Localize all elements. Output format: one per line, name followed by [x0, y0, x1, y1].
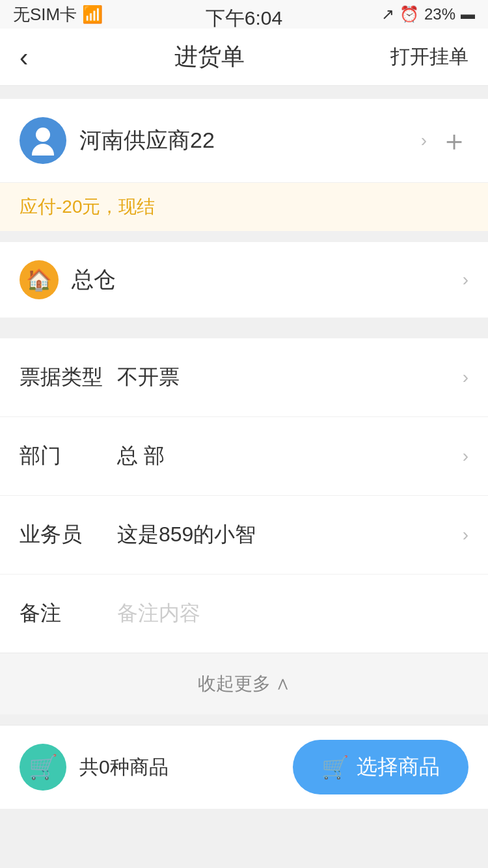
select-product-label: 选择商品: [357, 753, 440, 781]
sales-value: 这是859的小智: [104, 521, 463, 549]
avatar-body: [32, 144, 54, 156]
supplier-name-label: 河南供应商22: [79, 126, 421, 156]
nav-bar: ‹ 进货单 打开挂单: [0, 29, 488, 86]
supplier-notice: 应付-20元，现结: [0, 183, 488, 232]
bottom-bar: 🛒 共0种商品 🛒 选择商品: [0, 725, 488, 809]
supplier-avatar: [20, 117, 66, 164]
dept-chevron-icon: ›: [463, 446, 468, 467]
warehouse-row[interactable]: 🏠 总仓 ›: [0, 242, 488, 318]
wifi-icon: 📶: [82, 5, 103, 25]
warehouse-chevron-icon: ›: [463, 269, 468, 290]
cart-icon-wrap: 🛒: [20, 744, 66, 791]
supplier-section: 河南供应商22 › ＋ 应付-20元，现结: [0, 99, 488, 232]
collapse-button[interactable]: 收起更多 ∧: [0, 653, 488, 714]
status-right: ↗ ⏰ 23% ▬: [381, 5, 475, 23]
dept-row[interactable]: 部门 总 部 ›: [0, 417, 488, 496]
sales-chevron-icon: ›: [463, 524, 468, 545]
battery-label: 23%: [424, 5, 455, 23]
avatar-person-icon: [30, 128, 56, 154]
invoice-chevron-icon: ›: [463, 367, 468, 388]
select-product-icon: 🛒: [321, 754, 349, 780]
add-supplier-button[interactable]: ＋: [440, 122, 468, 160]
divider-1: [0, 232, 488, 242]
form-section: 票据类型 不开票 › 部门 总 部 › 业务员 这是859的小智 › 备注 备注…: [0, 338, 488, 653]
select-product-button[interactable]: 🛒 选择商品: [293, 740, 468, 794]
avatar-head: [36, 128, 50, 142]
status-time: 下午6:04: [206, 5, 282, 32]
divider-2: [0, 318, 488, 328]
sales-row[interactable]: 业务员 这是859的小智 ›: [0, 496, 488, 575]
sales-label: 业务员: [20, 521, 104, 549]
page-background: [0, 809, 488, 868]
alarm-icon: ⏰: [400, 5, 419, 23]
invoice-row[interactable]: 票据类型 不开票 ›: [0, 338, 488, 417]
back-button[interactable]: ‹: [20, 44, 28, 70]
carrier-label: 无SIM卡: [13, 3, 77, 26]
page-title: 进货单: [174, 41, 245, 73]
cart-icon: 🛒: [29, 753, 58, 781]
status-left: 无SIM卡 📶: [13, 3, 103, 26]
warehouse-icon: 🏠: [20, 260, 59, 299]
supplier-chevron-icon: ›: [421, 130, 427, 151]
warehouse-section: 🏠 总仓 ›: [0, 242, 488, 318]
remark-label: 备注: [20, 599, 104, 628]
warehouse-name-label: 总仓: [72, 265, 463, 295]
open-pending-button[interactable]: 打开挂单: [390, 44, 468, 70]
dept-value: 总 部: [104, 442, 463, 470]
invoice-label: 票据类型: [20, 363, 104, 392]
status-bar: 无SIM卡 📶 下午6:04 ↗ ⏰ 23% ▬: [0, 0, 488, 29]
dept-label: 部门: [20, 442, 104, 470]
location-icon: ↗: [381, 5, 394, 23]
supplier-row[interactable]: 河南供应商22 › ＋: [0, 99, 488, 183]
battery-icon: ▬: [461, 6, 475, 23]
product-count-label: 共0种商品: [79, 754, 293, 781]
divider-3: [0, 714, 488, 725]
top-divider: [0, 86, 488, 99]
remark-row[interactable]: 备注 备注内容: [0, 575, 488, 653]
remark-input[interactable]: 备注内容: [104, 599, 468, 628]
invoice-value: 不开票: [104, 363, 463, 392]
